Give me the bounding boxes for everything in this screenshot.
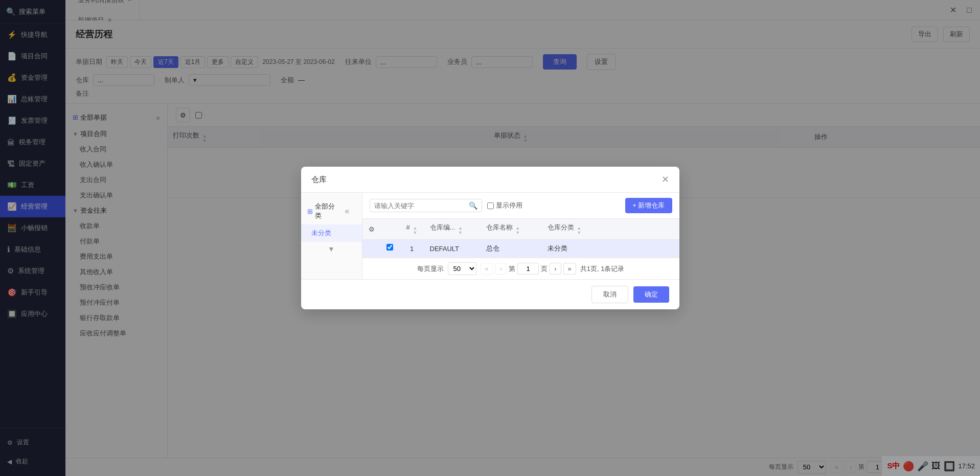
dialog-toolbar: 🔍 显示停用 + 新增仓库	[362, 193, 679, 219]
cancel-button[interactable]: 取消	[591, 286, 628, 303]
dialog-header: 仓库 ✕	[301, 167, 679, 193]
row-category: 未分类	[542, 240, 679, 258]
dialog-right-panel: 🔍 显示停用 + 新增仓库 ⚙ # ▲▼	[362, 193, 679, 279]
dialog-close-btn[interactable]: ✕	[662, 174, 669, 185]
col-gear: ⚙	[362, 219, 381, 240]
dialog-search-input[interactable]	[374, 202, 469, 210]
dialog-left-panel: ⊞ 全部分类 « 未分类 ▼	[301, 193, 362, 279]
row-name: 总仓	[481, 240, 542, 258]
row-gear	[362, 240, 381, 258]
dialog-table-container: ⚙ # ▲▼ 仓库编... ▲▼ 仓库名称 ▲▼ 仓库分类 ▲▼ 1 DEFAU…	[362, 219, 679, 258]
show-disabled-label[interactable]: 显示停用	[487, 201, 522, 210]
add-warehouse-button[interactable]: + 新增仓库	[625, 198, 672, 213]
expand-icon: «	[345, 207, 350, 216]
col-name: 仓库名称 ▲▼	[481, 219, 542, 240]
dialog-search-icon[interactable]: 🔍	[469, 201, 477, 210]
row-num: 1	[399, 240, 425, 258]
col-num: # ▲▼	[399, 219, 425, 240]
warehouse-table: ⚙ # ▲▼ 仓库编... ▲▼ 仓库名称 ▲▼ 仓库分类 ▲▼ 1 DEFAU…	[362, 219, 679, 258]
dialog-page-label: 第	[509, 264, 515, 274]
dialog-body: ⊞ 全部分类 « 未分类 ▼ 🔍	[301, 193, 679, 279]
dialog-next-btn[interactable]: ›	[550, 263, 561, 275]
all-categories-item[interactable]: ⊞ 全部分类 «	[301, 198, 362, 224]
dialog-first-btn[interactable]: «	[481, 263, 493, 275]
dialog-page-suffix: 页	[541, 264, 548, 274]
dialog-total: 共1页, 1条记录	[580, 264, 625, 274]
dialog-page-input[interactable]	[517, 263, 539, 275]
uncategorized-label: 未分类	[311, 229, 331, 238]
show-disabled-checkbox[interactable]	[487, 202, 494, 209]
dialog-page-nav: « ‹ 第 页 › »	[481, 263, 576, 275]
uncategorized-item[interactable]: 未分类	[301, 224, 362, 242]
per-page-label-dialog: 每页显示	[417, 264, 444, 274]
table-row[interactable]: 1 DEFAULT 总仓 未分类	[362, 240, 679, 258]
dialog-footer: 每页显示 501020100 « ‹ 第 页 › » 共1页, 1条记录	[362, 258, 679, 279]
col-checkbox	[381, 219, 399, 240]
all-categories-icon: ⊞	[307, 208, 313, 215]
dialog-per-page-select[interactable]: 501020100	[448, 262, 476, 275]
dialog-title: 仓库	[311, 175, 327, 185]
show-disabled-text: 显示停用	[496, 201, 522, 210]
cat-header-icons: «	[339, 202, 356, 220]
dialog-prev-btn[interactable]: ‹	[495, 263, 507, 275]
row-checkbox[interactable]	[381, 240, 399, 255]
col-code: 仓库编... ▲▼	[425, 219, 481, 240]
all-categories-label: 全部分类	[315, 202, 337, 220]
dialog-overlay: 仓库 ✕ ⊞ 全部分类 « 未分类 ▼	[0, 0, 980, 476]
dialog-actions: 取消 确定	[301, 279, 679, 309]
col-category: 仓库分类 ▲▼	[542, 219, 679, 240]
confirm-button[interactable]: 确定	[633, 286, 669, 303]
dialog-last-btn[interactable]: »	[563, 263, 576, 275]
scroll-down-btn[interactable]: ▼	[301, 242, 362, 256]
warehouse-dialog: 仓库 ✕ ⊞ 全部分类 « 未分类 ▼	[301, 167, 679, 309]
dialog-search-box: 🔍	[370, 199, 482, 212]
row-code: DEFAULT	[425, 240, 481, 258]
warehouse-tbody: 1 DEFAULT 总仓 未分类	[362, 240, 679, 258]
